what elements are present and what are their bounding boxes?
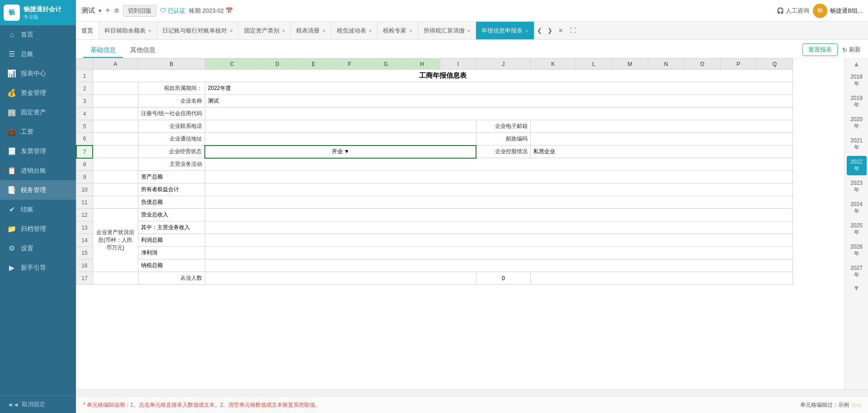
tab-subject-balance[interactable]: 科目辅助余额表 × [99,22,157,40]
tab-expand-button[interactable]: ⛶ [566,27,580,34]
topbar-dropdown-icon[interactable]: ▾ [99,7,102,14]
cell-13-value[interactable] [205,221,793,234]
tab-annual-report[interactable]: 年报信息申报表 × [476,22,534,40]
sidebar-item-purchase-sales[interactable]: 📋 进销台账 [0,161,76,180]
cell-7-a[interactable] [93,145,138,158]
year-2022[interactable]: 2022年 [847,156,867,175]
year-2024[interactable]: 2024年 [847,198,867,218]
year-2018[interactable]: 2018年 [847,71,867,90]
cell-2-value[interactable]: 2022年度 [205,82,793,95]
year-panel-down[interactable]: ▼ [845,282,868,294]
sub-tab-other[interactable]: 其他信息 [123,43,163,58]
tab-close-journal-bank[interactable]: × [230,28,232,33]
col-header-l[interactable]: L [576,59,612,70]
tab-tax-table[interactable]: 税表清册 × [291,22,331,40]
cell-5-a[interactable] [93,120,138,133]
cell-6-a[interactable] [93,133,138,145]
sidebar-item-payroll[interactable]: 💼 工资 [0,122,76,141]
col-header-k[interactable]: K [530,59,576,70]
tab-close-tax-burden[interactable]: × [369,28,372,33]
col-header-f[interactable]: F [331,59,368,70]
col-header-d[interactable]: D [259,59,295,70]
cell-7-holding[interactable]: 私营企业 [530,145,793,158]
cell-6-zip[interactable] [530,133,793,145]
cell-15-value[interactable] [205,247,793,259]
cell-3-value[interactable]: 测试 [205,95,793,108]
cell-14-value[interactable] [205,234,793,247]
calendar-icon[interactable]: 📅 [226,7,233,14]
year-2021[interactable]: 2021年 [847,135,867,154]
sidebar-item-home[interactable]: ⌂ 首页 [0,25,76,44]
cell-5-email[interactable] [530,120,793,133]
cell-12-value[interactable] [205,209,793,221]
cell-5-phone[interactable] [205,120,476,133]
col-header-b[interactable]: B [138,59,205,70]
col-header-h[interactable]: H [404,59,440,70]
sidebar-item-settings[interactable]: ⚙ 设置 [0,239,76,258]
sidebar-item-guide[interactable]: ▶ 新手引导 [0,258,76,277]
sidebar-item-funds[interactable]: 💰 资金管理 [0,83,76,103]
cell-3-a[interactable] [93,95,138,108]
year-2019[interactable]: 2019年 [847,92,867,112]
col-header-m[interactable]: M [612,59,648,70]
topbar-add-button[interactable]: + [105,6,110,15]
col-header-g[interactable]: G [368,59,404,70]
year-2027[interactable]: 2027年 [847,262,867,282]
tab-tax-expert[interactable]: 税检专家 × [377,22,418,40]
cell-17-rest[interactable] [530,272,793,285]
col-header-a[interactable]: A [93,59,138,70]
cell-10-value[interactable] [205,183,793,196]
tab-close-subject-balance[interactable]: × [148,28,151,33]
tab-income-tax[interactable]: 所得税汇算清缴 × [418,22,476,40]
h-scroll-bar[interactable] [76,390,868,397]
cell-17-employees[interactable] [205,272,476,285]
topbar-settings-icon[interactable]: ⚙ [114,7,119,14]
tab-nav-next[interactable]: ❯ [545,27,555,34]
sidebar-item-ledger[interactable]: ☰ 总账 [0,44,76,64]
cell-1-title[interactable]: 工商年报信息表 [93,70,793,82]
year-2026[interactable]: 2026年 [847,241,867,260]
cell-17-count[interactable]: 0 [476,272,530,285]
sidebar-item-archive[interactable]: 📁 归档管理 [0,219,76,239]
spreadsheet-main[interactable]: A B C D E F G H I J K L [76,58,844,390]
tab-fixed-asset-type[interactable]: 固定资产类别 × [239,22,291,40]
tab-close-annual-report[interactable]: × [525,28,528,33]
year-2020[interactable]: 2020年 [847,113,867,133]
tab-close-all-button[interactable]: × [555,27,566,35]
cell-4-value[interactable] [205,108,793,120]
cell-9-a[interactable] [93,171,138,183]
col-header-e[interactable]: E [295,59,331,70]
col-header-c[interactable]: C [205,59,259,70]
cell-7-status[interactable]: 开业 ▼ [205,145,476,158]
customer-service-button[interactable]: 🎧 人工咨询 [777,7,809,15]
tab-close-income-tax[interactable]: × [467,28,470,33]
sidebar-item-tax[interactable]: 📑 税务管理 [0,180,76,200]
user-menu[interactable]: 畅 畅捷通B组... [813,4,863,18]
col-header-i[interactable]: I [440,59,476,70]
cell-17-a[interactable] [93,272,138,285]
col-header-o[interactable]: O [684,59,720,70]
cell-6-address[interactable] [205,133,476,145]
cell-11-a[interactable] [93,196,138,209]
cell-4-a[interactable] [93,108,138,120]
sidebar-unfix-button[interactable]: ◄◄ 取消固定 [0,395,76,413]
cell-10-a[interactable] [93,183,138,196]
year-2025[interactable]: 2025年 [847,220,867,239]
year-2023[interactable]: 2023年 [847,177,867,197]
tab-close-tax-table[interactable]: × [322,28,325,33]
sub-tab-basic[interactable]: 基础信息 [83,43,123,58]
cell-8-value[interactable] [205,158,793,171]
year-panel-up[interactable]: ▲ [845,58,868,70]
cell-2-a[interactable] [93,82,138,95]
cell-8-a[interactable] [93,158,138,171]
col-header-n[interactable]: N [648,59,684,70]
reset-report-button[interactable]: 重置报表 [802,43,838,56]
col-header-j[interactable]: J [476,59,530,70]
cell-16-value[interactable] [205,259,793,272]
sidebar-item-reports[interactable]: 📊 报表中心 [0,64,76,83]
tab-close-tax-expert[interactable]: × [409,28,412,33]
tab-journal-bank[interactable]: 日记账与银行对账单核对 × [157,22,238,40]
col-header-p[interactable]: P [720,59,756,70]
cell-9-value[interactable] [205,171,793,183]
tab-close-fixed-asset[interactable]: × [282,28,285,33]
